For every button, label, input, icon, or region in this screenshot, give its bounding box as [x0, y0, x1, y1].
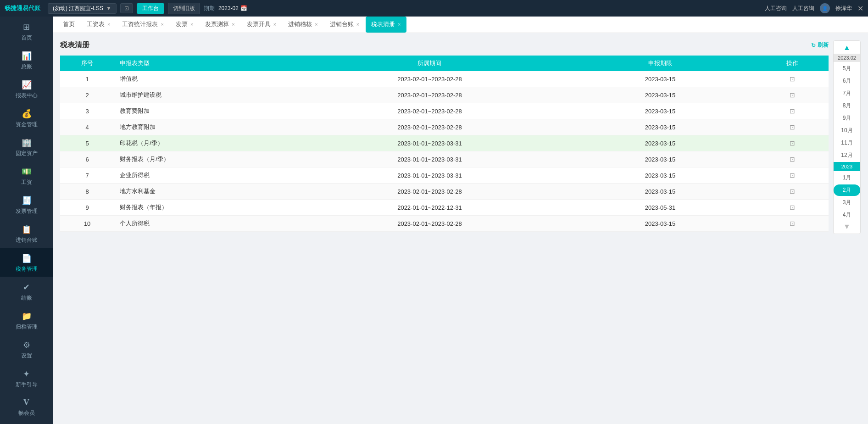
sidebar-item-settlement[interactable]: ✔ 结账 [0, 277, 53, 306]
fund-icon: 💰 [22, 109, 32, 119]
row-action-icon[interactable]: ⊡ [790, 139, 795, 147]
row-action-icon[interactable]: ⊡ [790, 188, 795, 195]
cell-index: 1 [60, 71, 114, 87]
cell-index: 7 [60, 167, 114, 184]
table-row: 2 城市维护建设税 2023-02-01~2023-02-28 2023-03-… [60, 87, 829, 103]
tab-home[interactable]: 首页 [57, 17, 80, 33]
company-selector[interactable]: (勿动) 江西服宜-LSS ▼ [48, 3, 117, 14]
assets-icon: 🏢 [22, 138, 32, 148]
tab-close-invoice[interactable]: × [190, 22, 193, 27]
username[interactable]: 徐泽华 [835, 5, 852, 12]
row-action-icon[interactable]: ⊡ [790, 220, 795, 227]
cell-type: 地方水利基金 [114, 184, 295, 200]
calendar-next-button[interactable]: ▼ [843, 222, 851, 232]
period-label: 期期 [204, 5, 215, 12]
sidebar-item-purchase-sales[interactable]: 📋 进销台账 [0, 219, 53, 248]
tab-close-invoice-calc[interactable]: × [232, 22, 234, 27]
company-name: (勿动) 江西服宜-LSS [53, 5, 103, 12]
calendar-month-5[interactable]: 5月 [834, 63, 860, 74]
tab-tax-list[interactable]: 税表清册 × [366, 17, 406, 33]
row-action-icon[interactable]: ⊡ [790, 204, 795, 211]
table-row: 7 企业所得税 2023-01-01~2023-03-31 2023-03-15… [60, 167, 829, 184]
switch-old-button[interactable]: 切到旧版 [168, 3, 200, 14]
cell-action: ⊡ [756, 119, 829, 135]
tab-close-payroll-stats[interactable]: × [161, 22, 163, 27]
cell-action: ⊡ [756, 71, 829, 87]
cell-type: 印花税（月/季） [114, 135, 295, 151]
calendar-prev-button[interactable]: ▲ [843, 43, 851, 53]
sidebar-item-invoice-mgmt[interactable]: 🧾 发票管理 [0, 190, 53, 219]
row-action-icon[interactable]: ⊡ [790, 156, 795, 163]
sidebar-item-general-ledger[interactable]: 📊 总账 [0, 45, 53, 74]
window-close-icon[interactable]: ✕ [857, 4, 863, 13]
row-action-icon[interactable]: ⊡ [790, 91, 795, 99]
refresh-button[interactable]: ↻ 刷新 [811, 41, 829, 49]
row-action-icon[interactable]: ⊡ [790, 123, 795, 131]
sidebar-item-label: 税务管理 [16, 265, 38, 273]
ai-consult-label[interactable]: 人工咨询 [792, 5, 814, 12]
main-panel: 税表清册 ↻ 刷新 序号 申报表类型 所属期间 申报期限 操作 [60, 40, 829, 417]
tab-close-tax-list[interactable]: × [398, 22, 401, 27]
row-action-icon[interactable]: ⊡ [790, 75, 795, 83]
sidebar-item-home[interactable]: ⊞ 首页 [0, 17, 53, 45]
cell-period: 2022-01-01~2022-12-31 [295, 200, 564, 216]
tab-close-purchase-ledger[interactable]: × [356, 22, 359, 27]
home-icon: ⊞ [23, 22, 30, 32]
sidebar-item-fund-mgmt[interactable]: 💰 资金管理 [0, 103, 53, 132]
sidebar-item-tax-mgmt[interactable]: 📄 税务管理 [0, 248, 53, 277]
tab-close-purchase-check[interactable]: × [315, 22, 317, 27]
tab-invoice-calc[interactable]: 发票测算 × [200, 17, 240, 33]
calendar-month-4[interactable]: 4月 [834, 209, 860, 221]
sidebar-item-member[interactable]: V 畅会员 [0, 392, 53, 421]
calendar-month-12[interactable]: 12月 [834, 150, 860, 161]
tab-bar: 首页 工资表 × 工资统计报表 × 发票 × 发票测算 × 发票开具 × [53, 17, 868, 33]
table-row: 10 个人所得税 2023-02-01~2023-02-28 2023-03-1… [60, 216, 829, 232]
workstation-button[interactable]: 工作台 [137, 3, 164, 14]
tab-payroll-stats[interactable]: 工资统计报表 × [117, 17, 169, 33]
ai-consult[interactable]: 人工咨询 [765, 5, 787, 12]
sidebar-item-fixed-assets[interactable]: 🏢 固定资产 [0, 132, 53, 161]
sidebar-item-new-guide[interactable]: ✦ 新手引导 [0, 363, 53, 392]
tab-payroll[interactable]: 工资表 × [81, 17, 116, 33]
calendar-month-6[interactable]: 6月 [834, 75, 860, 87]
copy-icon[interactable]: ⊡ [120, 3, 133, 13]
tab-close-payroll[interactable]: × [107, 22, 110, 27]
cell-period: 2023-01-01~2023-03-31 [295, 151, 564, 167]
cell-action: ⊡ [756, 216, 829, 232]
sidebar-item-payroll[interactable]: 💵 工资 [0, 161, 53, 190]
calendar-month-2-active[interactable]: 2月 [834, 184, 860, 196]
calendar-month-3[interactable]: 3月 [834, 197, 860, 208]
cell-index: 8 [60, 184, 114, 200]
tab-purchase-ledger[interactable]: 进销台账 × [324, 17, 365, 33]
calendar-month-1[interactable]: 1月 [834, 172, 860, 184]
cell-type: 财务报表（月/季） [114, 151, 295, 167]
guide-icon: ✦ [23, 369, 30, 379]
cell-action: ⊡ [756, 200, 829, 216]
sidebar-item-settings[interactable]: ⚙ 设置 [0, 335, 53, 363]
calendar-icon[interactable]: 📅 [240, 5, 247, 11]
calendar-month-10[interactable]: 10月 [834, 125, 860, 136]
cell-period: 2023-02-01~2023-02-28 [295, 216, 564, 232]
cell-type: 教育费附加 [114, 103, 295, 119]
sidebar-item-report-center[interactable]: 📈 报表中心 [0, 74, 53, 103]
calendar-month-9[interactable]: 9月 [834, 112, 860, 124]
cell-index: 6 [60, 151, 114, 167]
refresh-icon: ↻ [811, 42, 816, 49]
row-action-icon[interactable]: ⊡ [790, 107, 795, 115]
table-row: 4 地方教育附加 2023-02-01~2023-02-28 2023-03-1… [60, 119, 829, 135]
calendar-month-11[interactable]: 11月 [834, 137, 860, 149]
tab-invoice-issue[interactable]: 发票开具 × [241, 17, 282, 33]
tab-close-invoice-issue[interactable]: × [273, 22, 276, 27]
sidebar-item-label: 工资 [21, 179, 32, 186]
page-content: 税表清册 ↻ 刷新 序号 申报表类型 所属期间 申报期限 操作 [53, 33, 868, 424]
calendar-month-8[interactable]: 8月 [834, 100, 860, 112]
calendar-month-7[interactable]: 7月 [834, 88, 860, 99]
calendar-panel: ▲ 2023.02 5月 6月 7月 8月 9月 10月 11月 12月 202… [833, 40, 861, 234]
tab-purchase-check[interactable]: 进销稽核 × [283, 17, 323, 33]
sidebar-item-archive-mgmt[interactable]: 📁 归档管理 [0, 306, 53, 335]
payroll-icon: 💵 [22, 167, 32, 177]
tab-invoice[interactable]: 发票 × [170, 17, 199, 33]
cell-deadline: 2023-03-15 [564, 87, 757, 103]
calendar-year-2023: 2023 [834, 162, 860, 171]
row-action-icon[interactable]: ⊡ [790, 172, 795, 179]
